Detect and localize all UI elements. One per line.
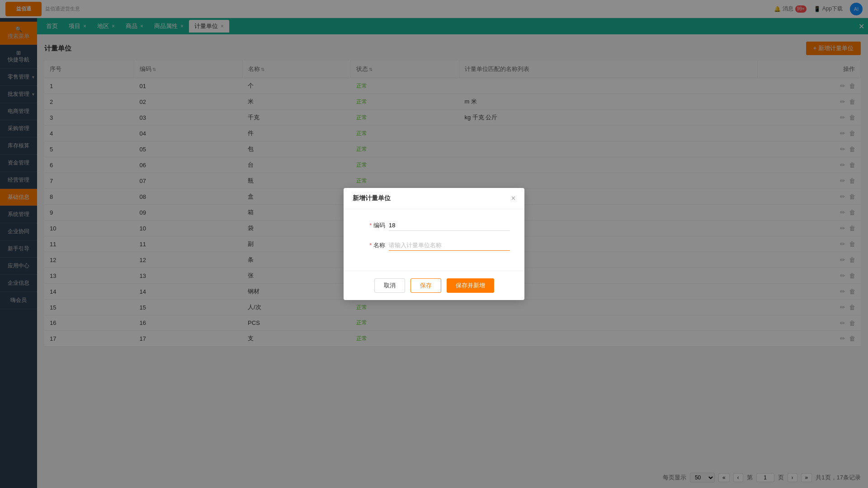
- modal-body: 编码 名称: [344, 209, 524, 271]
- name-label: 名称: [358, 241, 385, 249]
- cancel-button[interactable]: 取消: [374, 278, 405, 293]
- modal-close-button[interactable]: ×: [511, 195, 515, 202]
- modal-footer: 取消 保存 保存并新增: [344, 271, 524, 300]
- name-input[interactable]: [389, 240, 510, 251]
- save-and-new-button[interactable]: 保存并新增: [447, 278, 494, 293]
- code-input[interactable]: [389, 220, 510, 231]
- modal-add-unit: 新增计量单位 × 编码 名称 取消 保存 保存并新增: [344, 188, 524, 300]
- form-row-code: 编码: [358, 220, 510, 231]
- modal-header: 新增计量单位 ×: [344, 188, 524, 209]
- save-button[interactable]: 保存: [410, 278, 441, 293]
- modal-title: 新增计量单位: [353, 194, 391, 202]
- code-label: 编码: [358, 221, 385, 230]
- modal-overlay: 新增计量单位 × 编码 名称 取消 保存 保存并新增: [0, 0, 868, 488]
- form-row-name: 名称: [358, 240, 510, 251]
